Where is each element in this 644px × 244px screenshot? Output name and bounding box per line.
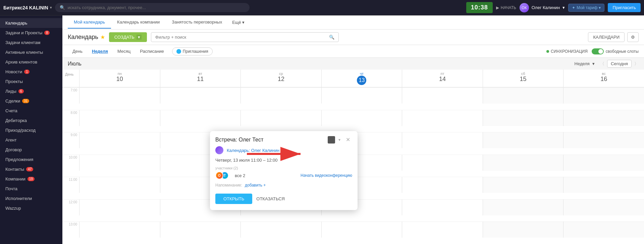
sidebar-item-active-clients[interactable]: Активные клиенты: [0, 47, 62, 57]
cell-tue-700[interactable]: [160, 87, 241, 104]
cell-sun-800[interactable]: [563, 110, 644, 126]
popup-body: Календарь: Олег Калинин Четверг, 13 июля…: [210, 146, 358, 210]
sidebar-item-income[interactable]: Приход/расход: [0, 125, 62, 135]
badge: 47: [26, 167, 33, 171]
cell-fri-900[interactable]: [402, 132, 483, 148]
start-timer-button[interactable]: ▶ НАЧАТЬ: [496, 5, 516, 10]
sync-button[interactable]: СИНХРОНИЗАЦИЯ: [546, 49, 588, 54]
cell-wed-800[interactable]: [240, 110, 321, 126]
sidebar-item-proposals[interactable]: Предложения: [0, 155, 62, 164]
favorite-star-icon[interactable]: ★: [100, 34, 105, 40]
cell-sun-1000[interactable]: [563, 155, 644, 171]
settings-gear-button[interactable]: ⚙: [627, 32, 639, 42]
tab-my-calendar[interactable]: Мой календарь: [68, 16, 111, 29]
cell-mon-1200[interactable]: [79, 199, 160, 215]
sidebar-item-projects[interactable]: Проекты: [0, 77, 62, 86]
popup-color-selector[interactable]: [328, 136, 335, 144]
cell-tue-800[interactable]: [160, 110, 241, 126]
cell-tue-1300[interactable]: [160, 221, 241, 238]
video-conference-button[interactable]: Начать видеоконференцию: [301, 173, 352, 178]
cell-mon-700[interactable]: [79, 87, 160, 104]
toggle-switch[interactable]: [592, 48, 604, 54]
filter-input[interactable]: [155, 35, 326, 40]
cell-sun-1200[interactable]: [563, 199, 644, 215]
cell-sat-1100[interactable]: [483, 177, 564, 193]
calendars-button[interactable]: КАЛЕНДАРИ: [588, 32, 625, 42]
sidebar-item-companies[interactable]: Компании 19: [0, 174, 62, 184]
sidebar-item-invoices[interactable]: Счета: [0, 106, 62, 116]
logo-chevron-icon[interactable]: ▾: [50, 6, 52, 9]
sidebar-item-deals[interactable]: Сделки 31: [0, 96, 62, 106]
invitations-button[interactable]: Приглашения: [172, 47, 213, 55]
free-slots-label: свободные слоты: [606, 49, 639, 54]
cell-fri-1000[interactable]: [402, 155, 483, 171]
sidebar-item-executors[interactable]: Исполнители: [0, 194, 62, 203]
view-day-button[interactable]: День: [68, 47, 87, 55]
open-event-button[interactable]: ОТКРЫТЬ: [215, 194, 252, 204]
tariff-button[interactable]: ✦ Мой тариф ▾: [568, 4, 604, 12]
cell-sun-700[interactable]: [563, 87, 644, 104]
star-icon: ✦: [572, 5, 575, 10]
filter-search[interactable]: 🔍: [151, 32, 339, 42]
popup-dropdown-icon[interactable]: ▾: [338, 137, 340, 142]
view-week-button[interactable]: Неделя: [87, 47, 113, 55]
cell-fri-700[interactable]: [402, 87, 483, 104]
sidebar-item-leads[interactable]: Лиды 6: [0, 86, 62, 96]
sidebar-item-archive-clients[interactable]: Архив клиентов: [0, 57, 62, 67]
tab-meeting-rooms[interactable]: Занятость переговорных: [166, 16, 228, 29]
cell-mon-800[interactable]: [79, 110, 160, 126]
cell-thu-800[interactable]: [321, 110, 402, 126]
cell-sat-1000[interactable]: [483, 155, 564, 171]
cell-sat-700[interactable]: [483, 87, 564, 104]
cell-wed-700[interactable]: [240, 87, 321, 104]
user-menu[interactable]: ОК Олег Калинин ▾: [520, 3, 565, 12]
cell-fri-800[interactable]: [402, 110, 483, 126]
cell-sun-1300[interactable]: [563, 221, 644, 238]
cell-fri-1100[interactable]: [402, 177, 483, 193]
cell-sun-1100[interactable]: [563, 177, 644, 193]
time-slot-1300: 13:00: [62, 221, 79, 238]
cell-fri-1200[interactable]: [402, 199, 483, 215]
create-button[interactable]: СОЗДАТЬ ▾: [109, 32, 147, 42]
view-schedule-button[interactable]: Расписание: [135, 47, 169, 55]
search-input[interactable]: [68, 5, 245, 10]
cell-sat-1200[interactable]: [483, 199, 564, 215]
sidebar-item-agent[interactable]: Агент: [0, 135, 62, 145]
sidebar-label: Счета: [5, 108, 17, 113]
view-month-button[interactable]: Месяц: [113, 47, 135, 55]
sidebar-item-calendar[interactable]: Календарь: [0, 18, 62, 28]
today-button[interactable]: Сегодня: [607, 60, 632, 68]
cell-fri-1300[interactable]: [402, 221, 483, 238]
nav-forward-icon[interactable]: 〉: [634, 61, 639, 67]
cell-thu-700[interactable]: [321, 87, 402, 104]
sidebar-item-contacts[interactable]: Контакты 47: [0, 164, 62, 174]
cell-sun-900[interactable]: [563, 132, 644, 148]
cell-mon-1100[interactable]: [79, 177, 160, 193]
cell-thu-1300[interactable]: [321, 221, 402, 238]
sidebar-item-news[interactable]: Новости 1: [0, 67, 62, 77]
cell-sat-900[interactable]: [483, 132, 564, 148]
sidebar-item-contract[interactable]: Договор: [0, 145, 62, 155]
cell-mon-1300[interactable]: [79, 221, 160, 238]
free-slots-toggle[interactable]: свободные слоты: [592, 48, 639, 54]
cell-wed-1300[interactable]: [240, 221, 321, 238]
sidebar-label: Новости: [5, 69, 22, 74]
tab-company-calendar[interactable]: Календарь компании: [111, 16, 166, 29]
sidebar-item-tasks[interactable]: Задачи и Проекты 8: [0, 28, 62, 38]
popup-participants-count: все 2: [235, 173, 245, 178]
cell-mon-900[interactable]: [79, 132, 160, 148]
sidebar-item-client-tasks[interactable]: Задачи клиентам: [0, 38, 62, 47]
global-search[interactable]: 🔍: [55, 3, 250, 12]
cell-sat-1300[interactable]: [483, 221, 564, 238]
view-bar: День Неделя Месяц Расписание Приглашения…: [62, 45, 644, 58]
sidebar-item-mail[interactable]: Почта: [0, 184, 62, 194]
cell-sat-800[interactable]: [483, 110, 564, 126]
popup-close-button[interactable]: ✕: [344, 136, 352, 144]
popup-add-reminder-button[interactable]: добавить +: [245, 183, 266, 188]
sidebar-item-debit[interactable]: Дебиторка: [0, 116, 62, 125]
sidebar-item-wazzup[interactable]: Wazzup: [0, 203, 62, 213]
decline-event-button[interactable]: ОТКАЗАТЬСЯ: [256, 196, 285, 201]
tab-more[interactable]: Ещё ▾: [228, 16, 249, 28]
invite-button[interactable]: Пригласить: [608, 3, 641, 12]
cell-mon-1000[interactable]: [79, 155, 160, 171]
